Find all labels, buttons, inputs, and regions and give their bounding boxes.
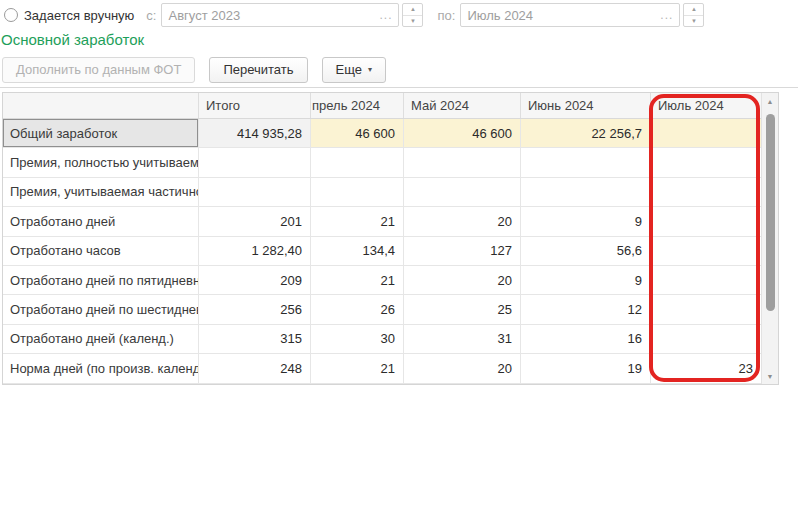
- table-row: Отработано дней по пятидневной …20921209: [3, 266, 778, 295]
- corner-header-cell[interactable]: [3, 93, 199, 118]
- date-from-label: с:: [146, 8, 156, 23]
- value-cell[interactable]: 31: [404, 325, 521, 353]
- more-button[interactable]: Еще ▾: [322, 57, 386, 83]
- value-cell[interactable]: [521, 148, 651, 176]
- spin-up-icon[interactable]: ▲: [684, 4, 703, 16]
- scroll-down-icon[interactable]: ▼: [762, 370, 778, 382]
- value-cell[interactable]: [651, 295, 761, 323]
- value-cell[interactable]: [199, 178, 311, 206]
- table-row: Отработано дней по шестидневно…256262512: [3, 295, 778, 324]
- value-cell[interactable]: 30: [311, 325, 404, 353]
- value-cell[interactable]: 21: [311, 207, 404, 235]
- value-cell[interactable]: 23: [651, 354, 761, 382]
- column-header[interactable]: Май 2024: [404, 93, 521, 118]
- column-header[interactable]: Итого: [199, 93, 311, 118]
- more-button-label: Еще: [336, 62, 362, 77]
- value-cell[interactable]: 414 935,28: [199, 119, 311, 147]
- row-label-cell[interactable]: Отработано дней по шестидневно…: [3, 295, 199, 323]
- reread-button[interactable]: Перечитать: [209, 57, 307, 83]
- date-from-value[interactable]: Август 2023: [162, 8, 373, 23]
- date-to-spinner[interactable]: ▲ ▼: [683, 3, 704, 27]
- column-header[interactable]: прель 2024: [311, 93, 404, 118]
- chevron-down-icon: ▾: [368, 65, 372, 74]
- earnings-table: Итогопрель 2024Май 2024Июнь 2024Июль 202…: [2, 92, 779, 385]
- value-cell[interactable]: 20: [404, 266, 521, 294]
- column-header[interactable]: Июнь 2024: [521, 93, 651, 118]
- table-row: Норма дней (по произв. календар…24821201…: [3, 354, 778, 383]
- section-title: Основной заработок: [1, 31, 144, 48]
- value-cell[interactable]: 20: [404, 207, 521, 235]
- table-header-row: Итогопрель 2024Май 2024Июнь 2024Июль 202…: [3, 93, 778, 119]
- value-cell[interactable]: 16: [521, 325, 651, 353]
- value-cell[interactable]: 46 600: [311, 119, 404, 147]
- value-cell[interactable]: 46 600: [404, 119, 521, 147]
- row-label-cell[interactable]: Премия, полностью учитываемая: [3, 148, 199, 176]
- value-cell[interactable]: 9: [521, 207, 651, 235]
- row-label-cell[interactable]: Отработано дней: [3, 207, 199, 235]
- table-row: Отработано дней (календ.)315303116: [3, 325, 778, 354]
- date-from-field[interactable]: Август 2023 ...: [161, 3, 399, 27]
- value-cell[interactable]: [404, 148, 521, 176]
- value-cell[interactable]: 9: [521, 266, 651, 294]
- salary-calculation-panel: Задается вручную с: Август 2023 ... ▲ ▼ …: [0, 0, 798, 510]
- spin-down-icon[interactable]: ▼: [403, 16, 422, 27]
- value-cell[interactable]: 209: [199, 266, 311, 294]
- value-cell[interactable]: [404, 178, 521, 206]
- fill-from-fot-button[interactable]: Дополнить по данным ФОТ: [2, 57, 195, 83]
- table-row: Отработано часов1 282,40134,412756,6: [3, 237, 778, 266]
- value-cell[interactable]: [311, 178, 404, 206]
- row-label-cell[interactable]: Общий заработок: [3, 119, 199, 147]
- value-cell[interactable]: [651, 207, 761, 235]
- value-cell[interactable]: 127: [404, 237, 521, 265]
- date-to-label: по:: [437, 8, 455, 23]
- table-row: Премия, полностью учитываемая: [3, 148, 778, 177]
- row-label-cell[interactable]: Норма дней (по произв. календар…: [3, 354, 199, 382]
- value-cell[interactable]: 315: [199, 325, 311, 353]
- row-label-cell[interactable]: Отработано дней по пятидневной …: [3, 266, 199, 294]
- value-cell[interactable]: 201: [199, 207, 311, 235]
- value-cell[interactable]: [311, 148, 404, 176]
- row-label-cell[interactable]: Премия, учитываемая частично: [3, 178, 199, 206]
- period-bar: Задается вручную с: Август 2023 ... ▲ ▼ …: [2, 2, 704, 28]
- value-cell[interactable]: 248: [199, 354, 311, 382]
- scroll-up-icon[interactable]: ▲: [762, 95, 778, 107]
- value-cell[interactable]: [199, 148, 311, 176]
- value-cell[interactable]: [651, 119, 761, 147]
- spin-up-icon[interactable]: ▲: [403, 4, 422, 16]
- value-cell[interactable]: 26: [311, 295, 404, 323]
- row-label-cell[interactable]: Отработано часов: [3, 237, 199, 265]
- manual-period-radio-label[interactable]: Задается вручную: [24, 8, 134, 23]
- value-cell[interactable]: [651, 325, 761, 353]
- value-cell[interactable]: [651, 178, 761, 206]
- value-cell[interactable]: 20: [404, 354, 521, 382]
- column-header[interactable]: Июль 2024: [651, 93, 761, 118]
- row-label-cell[interactable]: Отработано дней (календ.): [3, 325, 199, 353]
- date-to-field[interactable]: Июль 2024 ...: [460, 3, 680, 27]
- vertical-scrollbar[interactable]: ▲ ▼: [761, 93, 778, 384]
- table-toolbar: Дополнить по данным ФОТ Перечитать Еще ▾: [2, 56, 768, 83]
- value-cell[interactable]: [651, 266, 761, 294]
- value-cell[interactable]: 25: [404, 295, 521, 323]
- spin-down-icon[interactable]: ▼: [684, 16, 703, 27]
- value-cell[interactable]: 56,6: [521, 237, 651, 265]
- date-from-picker-icon[interactable]: ...: [373, 8, 398, 22]
- value-cell[interactable]: [521, 178, 651, 206]
- scrollbar-thumb[interactable]: [766, 114, 775, 311]
- table-row: Отработано дней20121209: [3, 207, 778, 236]
- value-cell[interactable]: 22 256,7: [521, 119, 651, 147]
- value-cell[interactable]: 21: [311, 354, 404, 382]
- date-from-spinner[interactable]: ▲ ▼: [402, 3, 423, 27]
- value-cell[interactable]: 12: [521, 295, 651, 323]
- value-cell[interactable]: [651, 148, 761, 176]
- table-body: Общий заработок414 935,2846 60046 60022 …: [3, 119, 778, 384]
- value-cell[interactable]: 256: [199, 295, 311, 323]
- date-to-value[interactable]: Июль 2024: [461, 8, 654, 23]
- value-cell[interactable]: [651, 237, 761, 265]
- value-cell[interactable]: 134,4: [311, 237, 404, 265]
- value-cell[interactable]: 1 282,40: [199, 237, 311, 265]
- table-row: Премия, учитываемая частично: [3, 178, 778, 207]
- value-cell[interactable]: 19: [521, 354, 651, 382]
- date-to-picker-icon[interactable]: ...: [654, 8, 679, 22]
- value-cell[interactable]: 21: [311, 266, 404, 294]
- manual-period-radio[interactable]: [4, 8, 18, 22]
